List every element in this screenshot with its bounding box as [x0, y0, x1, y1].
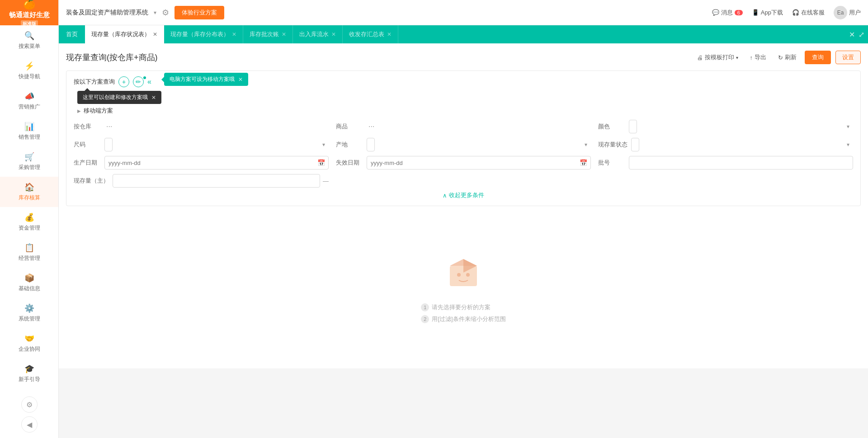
industry-plan-btn[interactable]: 体验行业方案: [175, 6, 224, 19]
sidebar-item-sales[interactable]: 📊 销售管理: [0, 116, 58, 146]
batch-label: 批号: [598, 159, 625, 167]
sidebar-item-basic[interactable]: 📦 基础信息: [0, 268, 58, 298]
product-dots[interactable]: ···: [367, 122, 376, 131]
production-date-input[interactable]: [104, 156, 329, 170]
tooltip-create-close[interactable]: ✕: [151, 94, 156, 101]
refresh-btn[interactable]: ↻ 刷新: [774, 52, 800, 63]
sidebar-item-system[interactable]: ⚙️ 系统管理: [0, 298, 58, 328]
tab-inventory-status[interactable]: 现存量（库存状况表） ✕: [85, 25, 164, 43]
scheme-node-pc[interactable]: ▶ 电脑端方案: [77, 93, 853, 104]
tab-close-3[interactable]: ✕: [282, 31, 286, 38]
phone-icon: 📱: [752, 9, 759, 16]
print-btn[interactable]: 🖨 按模板打印 ▾: [693, 52, 742, 63]
tab-close-5[interactable]: ✕: [387, 31, 392, 38]
tab-home[interactable]: 首页: [59, 30, 85, 38]
tab-inout-flow-label: 出入库流水: [299, 30, 329, 38]
setting-btn[interactable]: 设置: [835, 51, 861, 64]
tooltip-pc-close[interactable]: ✕: [238, 76, 243, 83]
color-label: 颜色: [598, 122, 625, 131]
sidebar-item-marketing[interactable]: 📣 营销推广: [0, 86, 58, 116]
sidebar-item-search[interactable]: 🔍 搜索菜单: [0, 25, 58, 56]
collapse-btn[interactable]: ∧ 收起更多条件: [443, 191, 484, 199]
warehouse-dots[interactable]: ···: [104, 122, 114, 131]
tab-inventory-dist[interactable]: 现存量（库存分布表） ✕: [164, 25, 243, 43]
user-menu[interactable]: Ea 用户: [834, 6, 861, 19]
sidebar-item-finance-label: 资金管理: [19, 224, 40, 232]
sidebar-item-system-label: 系统管理: [19, 315, 40, 323]
add-scheme-btn[interactable]: +: [118, 76, 129, 87]
tab-summary[interactable]: 收发存汇总表 ✕: [343, 25, 398, 43]
tab-expand-btn[interactable]: ⤢: [859, 30, 864, 39]
expiry-date-input[interactable]: [367, 156, 591, 170]
sidebar-item-operations[interactable]: 📋 经营管理: [0, 237, 58, 268]
tab-inventory-dist-label: 现存量（库存分布表）: [170, 30, 229, 38]
size-select[interactable]: [104, 138, 113, 151]
production-date-calendar-icon[interactable]: 📅: [317, 159, 325, 166]
filter-size: 尺码: [74, 138, 329, 151]
stock-status-label: 现存量状态: [598, 141, 627, 149]
stock-main-range: —: [113, 174, 329, 188]
svg-point-3: [457, 273, 461, 277]
tab-batch-account[interactable]: 库存批次账 ✕: [243, 25, 293, 43]
warehouse-label: 按仓库: [74, 122, 101, 131]
gear-icon: ⚙️: [24, 303, 34, 313]
query-btn[interactable]: 查询: [805, 51, 831, 64]
settings-footer-icon: ⚙: [26, 400, 33, 409]
filter-warehouse: 按仓库 ···: [74, 120, 329, 133]
sidebar-item-finance[interactable]: 💰 资金管理: [0, 207, 58, 237]
sidebar-footer: ⚙ ◀: [0, 391, 58, 438]
system-name-dropdown-icon: ▾: [154, 9, 156, 16]
export-label: 导出: [755, 53, 766, 61]
scheme-node-mobile[interactable]: ▶ 移动端方案: [77, 105, 853, 116]
sidebar-item-quick-nav[interactable]: ⚡ 快捷导航: [0, 56, 58, 86]
stock-main-label: 现存量（主）: [74, 177, 109, 185]
graduation-icon: 🎓: [24, 364, 34, 374]
logo-text: 畅通道好生意: [9, 11, 50, 19]
print-label: 按模板打印: [705, 53, 734, 61]
empty-step-1-text: 请先选择要分析的方案: [432, 301, 491, 313]
expiry-date-calendar-icon[interactable]: 📅: [580, 159, 587, 166]
color-select[interactable]: [629, 120, 637, 133]
tab-close-1[interactable]: ✕: [153, 31, 157, 38]
message-btn[interactable]: 💬 消息 6: [712, 9, 743, 17]
empty-step-2-text: 用[过滤]条件来缩小分析范围: [432, 313, 505, 325]
tab-close-2[interactable]: ✕: [232, 31, 236, 38]
tab-close-4[interactable]: ✕: [331, 31, 336, 38]
sidebar-item-inventory[interactable]: 🏠 库存核算: [0, 177, 58, 207]
edit-scheme-btn[interactable]: ✏: [133, 76, 144, 87]
header-gear-btn[interactable]: ⚙: [162, 8, 169, 18]
export-btn[interactable]: ↑ 导出: [746, 52, 770, 63]
app-download-btn[interactable]: 📱 App下载: [752, 9, 783, 17]
message-badge: 6: [735, 10, 743, 15]
megaphone-icon: 📣: [24, 91, 34, 101]
logo-icon: 🍊: [23, 0, 35, 10]
content-area: 现存量查询(按仓库+商品) 🖨 按模板打印 ▾ ↑ 导出 ↻ 刷新 查询 设置: [59, 43, 868, 368]
online-support-btn[interactable]: 🎧 在线客服: [792, 9, 825, 17]
sidebar-item-purchase[interactable]: 🛒 采购管理: [0, 146, 58, 177]
header: 装备及固定资产辅助管理系统 ▾ ⚙ 体验行业方案 💬 消息 6 📱 App下载 …: [59, 0, 868, 25]
mobile-scheme-arrow: ▶: [77, 108, 81, 113]
batch-input[interactable]: [629, 156, 853, 170]
empty-step-2: 2 用[过滤]条件来缩小分析范围: [421, 313, 505, 325]
sidebar-item-enterprise[interactable]: 🤝 企业协同: [0, 328, 58, 358]
svg-point-4: [466, 273, 470, 277]
back-scheme-btn[interactable]: «: [147, 78, 151, 86]
tab-close-all-btn[interactable]: ✕: [849, 30, 855, 39]
tab-inout-flow[interactable]: 出入库流水 ✕: [293, 25, 343, 43]
filter-stock-status: 现存量状态: [598, 138, 853, 151]
origin-select[interactable]: [367, 138, 375, 151]
tab-actions: ✕ ⤢: [845, 30, 868, 39]
sidebar: 🍊 畅通道好生意 标准版 🔍 搜索菜单 ⚡ 快捷导航 📣 营销推广 📊 销售管理…: [0, 0, 59, 438]
expiry-date-wrap: 📅: [367, 156, 591, 170]
header-left: 装备及固定资产辅助管理系统 ▾ ⚙ 体验行业方案: [66, 6, 224, 19]
settings-footer-btn[interactable]: ⚙: [21, 396, 38, 413]
main-content: 现存量查询(按仓库+商品) 🖨 按模板打印 ▾ ↑ 导出 ↻ 刷新 查询 设置: [59, 43, 868, 438]
chart-icon: 📊: [24, 122, 34, 132]
sidebar-item-guide[interactable]: 🎓 新手引导: [0, 358, 58, 389]
system-name: 装备及固定资产辅助管理系统: [66, 9, 148, 17]
refresh-label: 刷新: [785, 53, 797, 61]
collapse-sidebar-btn[interactable]: ◀: [21, 416, 38, 433]
stock-status-select[interactable]: [631, 138, 639, 151]
sidebar-item-enterprise-label: 企业协同: [19, 345, 40, 353]
stock-main-min[interactable]: [113, 174, 320, 188]
